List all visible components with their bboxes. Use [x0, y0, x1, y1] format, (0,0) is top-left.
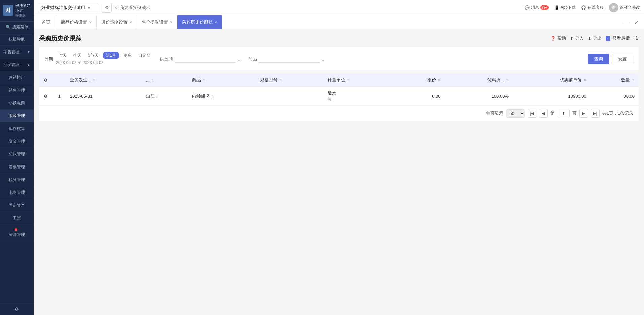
close-tab-sale-price[interactable]: ×: [170, 20, 172, 25]
collapse-button[interactable]: —: [621, 18, 631, 27]
per-page-select[interactable]: 50 100 200: [506, 109, 525, 118]
sidebar-item-sales[interactable]: 销售管理: [0, 84, 34, 97]
sidebar-item-tax[interactable]: 税务管理: [0, 174, 34, 186]
page-actions: ❓ 帮助 ⬆ 导入 ⬇ 导出 只看最后一次: [550, 35, 639, 41]
sidebar-search[interactable]: 🔍 搜索菜单: [0, 22, 34, 33]
product-input[interactable]: [259, 55, 320, 63]
export-icon: ⬇: [588, 36, 592, 41]
only-last-toggle[interactable]: 只看最后一次: [606, 35, 639, 41]
export-button[interactable]: ⬇ 导出: [588, 35, 602, 41]
sidebar-item-retail[interactable]: 零售管理 ▼: [0, 46, 34, 59]
version-selector[interactable]: 好业财标准版交付试用 ▼: [38, 3, 98, 12]
row-price: 0.00: [392, 87, 444, 105]
topbar: 好业财标准版交付试用 ▼ ⚙ ○ 我要看实例演示 💬 消息 99+ 📱 App下…: [34, 0, 644, 15]
col-gear[interactable]: ⚙: [39, 74, 52, 87]
date-today[interactable]: 今天: [71, 52, 84, 59]
row-date: 2023-05-31: [66, 87, 142, 105]
app-download-button[interactable]: 📱 App下载: [554, 5, 576, 10]
sidebar-item-smart[interactable]: 智能管理: [0, 225, 34, 241]
last-page-button[interactable]: ▶|: [591, 109, 600, 118]
demo-link[interactable]: ○ 我要看实例演示: [115, 5, 150, 11]
sidebar-item-general[interactable]: 总账管理: [0, 148, 34, 161]
row-quantity: 30.00: [591, 87, 639, 105]
first-page-button[interactable]: |◀: [528, 109, 536, 118]
tab-price-settings[interactable]: 商品价格设置 ×: [56, 15, 97, 29]
col-spec[interactable]: 规格型号 ⇅: [256, 74, 324, 87]
table-row: ⚙ 1 2023-05-31 浙江... 丙烯酸-2-... 散水吨 0.00 …: [39, 87, 639, 105]
sidebar-item-marketing[interactable]: 营销推广: [0, 71, 34, 84]
sidebar-item-ecommerce[interactable]: 电商管理: [0, 186, 34, 199]
headset-icon: 🎧: [581, 5, 586, 10]
topbar-settings-button[interactable]: ⚙: [102, 3, 112, 13]
expand-button[interactable]: ⤢: [632, 18, 641, 27]
filter-actions: 查询 设置: [588, 54, 633, 64]
date-yesterday[interactable]: 昨天: [56, 52, 69, 59]
settings-button[interactable]: 设置: [612, 54, 633, 64]
sidebar-item-finance[interactable]: 资金管理: [0, 135, 34, 148]
tabbar: 首页 商品价格设置 × 进价策略设置 × 售价提取设置 × 采购历史价跟踪 × …: [34, 15, 644, 29]
date-more[interactable]: 更多: [121, 52, 134, 59]
col-date[interactable]: 业务发生... ⇅: [66, 74, 142, 87]
close-tab-purchase-history[interactable]: ×: [215, 20, 217, 25]
demo-icon: ○: [115, 5, 118, 10]
close-tab-purchase-strategy[interactable]: ×: [130, 20, 132, 25]
page-number-input[interactable]: [558, 110, 570, 117]
app-logo-text: 畅捷通好业财 标准版: [15, 3, 31, 18]
next-page-button[interactable]: ▶: [579, 109, 588, 118]
gear-icon: ⚙: [105, 5, 109, 11]
col-quantity[interactable]: 数量 ⇅: [591, 74, 639, 87]
product-dots-button[interactable]: ...: [322, 56, 326, 62]
sidebar-quick-nav[interactable]: 快捷导航: [0, 33, 34, 46]
main-area: 好业财标准版交付试用 ▼ ⚙ ○ 我要看实例演示 💬 消息 99+ 📱 App下…: [34, 0, 644, 315]
prev-page-button[interactable]: ◀: [539, 109, 548, 118]
sort-date-icon: ⇅: [93, 78, 96, 82]
col-product[interactable]: 商品 ⇅: [188, 74, 256, 87]
col-extra[interactable]: ... ⇅: [142, 74, 188, 87]
user-profile-button[interactable]: 徐 徐泽华修改: [609, 3, 640, 12]
sidebar-item-fixed-assets[interactable]: 固定资产: [0, 199, 34, 212]
date-custom[interactable]: 自定义: [136, 52, 153, 59]
smart-dot: [15, 228, 17, 231]
help-button[interactable]: ❓ 帮助: [550, 35, 566, 41]
supplier-dots-button[interactable]: ...: [238, 56, 242, 62]
tab-purchase-strategy[interactable]: 进价策略设置 ×: [97, 15, 137, 29]
data-table: ⚙ 业务发生... ⇅ ... ⇅ 商品 ⇅: [39, 74, 639, 121]
sidebar-item-salary[interactable]: 工资: [0, 212, 34, 225]
page-header: 采购历史价跟踪 ❓ 帮助 ⬆ 导入 ⬇ 导出 只看最后一次: [39, 34, 639, 42]
sort-extra-icon: ⇅: [151, 79, 154, 82]
message-button[interactable]: 💬 消息 99+: [525, 5, 549, 10]
col-price[interactable]: 报价 ⇅: [392, 74, 444, 87]
row-unit: 散水吨: [324, 87, 392, 105]
date-last7[interactable]: 近7天: [85, 52, 101, 59]
tab-home[interactable]: 首页: [36, 15, 56, 29]
only-last-checkbox[interactable]: [606, 36, 610, 41]
date-filter-group: 日期 昨天 今天 近7天 近1月 更多 自定义 2023-05-02 至 202…: [44, 52, 153, 66]
col-discount[interactable]: 优惠折... ⇅: [444, 74, 512, 87]
query-button[interactable]: 查询: [588, 54, 609, 64]
chevron-down-icon: ▼: [87, 6, 91, 10]
content-area: 采购历史价跟踪 ❓ 帮助 ⬆ 导入 ⬇ 导出 只看最后一次: [34, 29, 644, 315]
sidebar-item-wholesale[interactable]: 批发管理 ▲: [0, 59, 34, 71]
page-title: 采购历史价跟踪: [39, 34, 81, 42]
sort-qty-icon: ⇅: [632, 78, 635, 82]
sidebar-item-inventory[interactable]: 库存核算: [0, 123, 34, 135]
col-nodiscount-price[interactable]: 优惠前单价 ⇅: [513, 74, 591, 87]
sidebar-item-purchase[interactable]: 采购管理: [0, 110, 34, 123]
avatar: 徐: [609, 3, 618, 12]
col-unit[interactable]: 计量单位 ⇅: [324, 74, 392, 87]
import-button[interactable]: ⬆ 导入: [570, 35, 584, 41]
sidebar-settings[interactable]: ⚙: [0, 303, 34, 315]
col-num: [52, 74, 66, 87]
sidebar-item-invoice[interactable]: 发票管理: [0, 161, 34, 174]
tab-purchase-history[interactable]: 采购历史价跟踪 ×: [177, 15, 222, 29]
date-last1m[interactable]: 近1月: [103, 52, 120, 59]
close-tab-price-settings[interactable]: ×: [89, 20, 92, 25]
sidebar-item-ecommerce-small[interactable]: 小畅电商: [0, 97, 34, 110]
online-service-button[interactable]: 🎧 在线客服: [581, 5, 604, 10]
sidebar-logo: 财 畅捷通好业财 标准版: [0, 0, 34, 22]
tab-sale-price[interactable]: 售价提取设置 ×: [137, 15, 177, 29]
supplier-input[interactable]: [175, 55, 236, 63]
row-gear[interactable]: ⚙: [39, 87, 52, 105]
product-filter-group: 商品 ...: [248, 55, 326, 63]
row-discount: 100.00%: [444, 87, 512, 105]
